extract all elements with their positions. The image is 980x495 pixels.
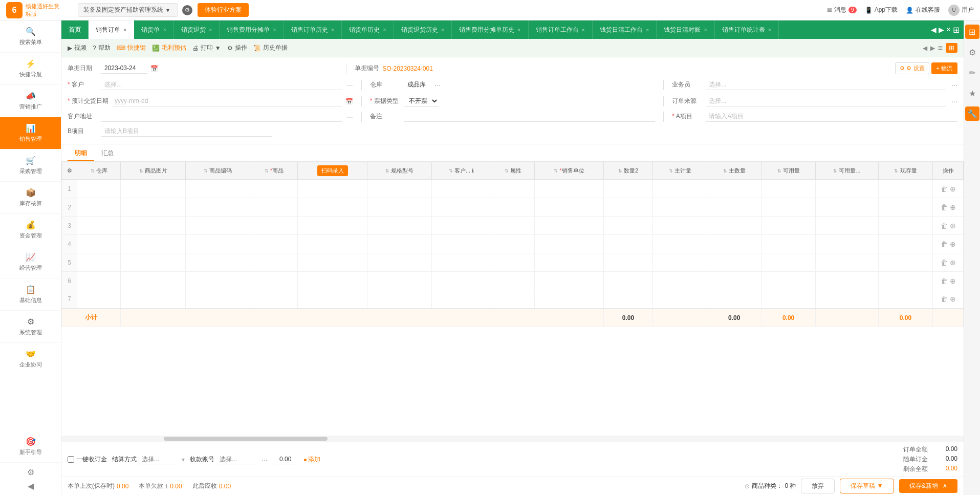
- cell-warehouse-2[interactable]: [77, 198, 121, 217]
- cell-code-6[interactable]: [185, 272, 250, 290]
- copy-row-icon-1[interactable]: ⊕: [950, 185, 956, 193]
- cell-custref-2[interactable]: [432, 198, 491, 217]
- cell-mainunit-4[interactable]: [653, 235, 707, 253]
- delete-row-icon-7[interactable]: 🗑: [941, 295, 948, 303]
- sidebar-collapse-icon[interactable]: ◀: [28, 481, 34, 491]
- sidebar-item-inventory[interactable]: 📦 库存核算: [0, 182, 61, 214]
- cell-avail-6[interactable]: [761, 272, 816, 290]
- delete-row-icon-3[interactable]: 🗑: [941, 222, 948, 230]
- user-item[interactable]: U 用户: [948, 5, 974, 16]
- cell-spec-5[interactable]: [367, 253, 431, 272]
- cell-stock-2[interactable]: [878, 198, 932, 217]
- cell-attr-4[interactable]: [491, 235, 534, 253]
- toolbar-expand-view[interactable]: ⊞: [946, 43, 957, 53]
- sidebar-item-sales[interactable]: 📊 销售管理: [0, 117, 61, 149]
- tab-close-sales-bill[interactable]: ×: [163, 27, 166, 33]
- cell-code-1[interactable]: [185, 180, 250, 198]
- tab-close-sales-order[interactable]: ×: [123, 27, 126, 33]
- one-click-checkbox-label[interactable]: 一键收订金: [68, 455, 107, 464]
- cell-image-1[interactable]: [121, 180, 185, 198]
- b-project-input[interactable]: [101, 126, 272, 137]
- copy-row-icon-3[interactable]: ⊕: [950, 222, 956, 230]
- cell-image-4[interactable]: [121, 235, 185, 253]
- cell-warehouse-7[interactable]: [77, 290, 121, 309]
- cell-product-3[interactable]: [250, 217, 298, 235]
- nav-expand[interactable]: ⊞: [953, 25, 960, 35]
- tab-sales-order[interactable]: 销售订单 ×: [89, 20, 134, 39]
- industry-solution-button[interactable]: 体验行业方案: [198, 3, 249, 17]
- cell-warehouse-4[interactable]: [77, 235, 121, 253]
- nav-prev-arrow[interactable]: ◀: [931, 26, 937, 34]
- cell-qty2-6[interactable]: [603, 272, 653, 290]
- sidebar-item-operations[interactable]: 📈 经营管理: [0, 246, 61, 278]
- customer-address-input[interactable]: [101, 111, 342, 122]
- sidebar-item-purchase[interactable]: 🛒 采购管理: [0, 149, 61, 182]
- cell-custref-6[interactable]: [432, 272, 491, 290]
- warehouse-more-icon[interactable]: ···: [434, 81, 441, 89]
- cell-image-2[interactable]: [121, 198, 185, 217]
- settings-button[interactable]: ⚙ ⚙ 设置: [895, 62, 929, 74]
- cell-custref-3[interactable]: [432, 217, 491, 235]
- tab-close-sales-return[interactable]: ×: [209, 27, 212, 33]
- cell-mainqty-5[interactable]: [707, 253, 761, 272]
- cell-attr-5[interactable]: [491, 253, 534, 272]
- cell-mainqty-1[interactable]: [707, 180, 761, 198]
- right-panel-settings-icon[interactable]: ⚙: [965, 45, 979, 59]
- cell-mainunit-6[interactable]: [653, 272, 707, 290]
- col-settings[interactable]: ⚙: [62, 162, 77, 180]
- right-panel-star-icon[interactable]: ★: [965, 86, 979, 100]
- toolbar-view[interactable]: ▶ 视频: [68, 44, 86, 52]
- cell-product-2[interactable]: [250, 198, 298, 217]
- tab-close-sales-summary[interactable]: ×: [768, 27, 771, 33]
- delete-row-icon-4[interactable]: 🗑: [941, 240, 948, 248]
- cell-unit-7[interactable]: [535, 290, 603, 309]
- tab-cash-goods-reconcile[interactable]: 钱货日清对账 ×: [657, 20, 714, 39]
- tab-close-sales-order-history[interactable]: ×: [331, 27, 334, 33]
- discard-button[interactable]: 放弃: [801, 479, 835, 493]
- cell-product-7[interactable]: [250, 290, 298, 309]
- tab-close-sales-expense[interactable]: ×: [273, 27, 276, 33]
- system-selector[interactable]: 装备及固定资产辅助管理系统 ▾: [78, 3, 178, 17]
- cell-stock-6[interactable]: [878, 272, 932, 290]
- cell-image-3[interactable]: [121, 217, 185, 235]
- cell-mainqty-7[interactable]: [707, 290, 761, 309]
- save-draft-button[interactable]: 保存草稿 ▼: [840, 479, 894, 493]
- cell-attr-1[interactable]: [491, 180, 534, 198]
- app-download-item[interactable]: 📱 App下载: [865, 6, 898, 14]
- cell-qty2-2[interactable]: [603, 198, 653, 217]
- cell-stock-7[interactable]: [878, 290, 932, 309]
- a-project-input[interactable]: [706, 111, 957, 122]
- cell-unit-6[interactable]: [535, 272, 603, 290]
- account-more-icon[interactable]: ···: [262, 456, 268, 464]
- cell-warehouse-5[interactable]: [77, 253, 121, 272]
- one-click-checkbox[interactable]: [68, 456, 74, 463]
- tab-close-sales-return-history[interactable]: ×: [441, 27, 444, 33]
- cell-qty2-4[interactable]: [603, 235, 653, 253]
- scan-input-button[interactable]: 扫码录入: [317, 165, 348, 176]
- delete-row-icon-2[interactable]: 🗑: [941, 203, 948, 211]
- cell-warehouse-1[interactable]: [77, 180, 121, 198]
- cell-stock-1[interactable]: [878, 180, 932, 198]
- delete-row-icon-1[interactable]: 🗑: [941, 185, 948, 193]
- date-value[interactable]: 2023-03-24: [101, 63, 147, 74]
- staff-more-icon[interactable]: ···: [951, 81, 957, 89]
- cell-product-4[interactable]: [250, 235, 298, 253]
- cell-mainunit-5[interactable]: [653, 253, 707, 272]
- current-owe-info-icon[interactable]: ℹ: [165, 483, 168, 490]
- cell-custref-7[interactable]: [432, 290, 491, 309]
- cell-product-5[interactable]: [250, 253, 298, 272]
- cell-unit-4[interactable]: [535, 235, 603, 253]
- cell-custref-4[interactable]: [432, 235, 491, 253]
- customer-more-icon[interactable]: ···: [347, 81, 353, 89]
- right-panel-grid-icon[interactable]: ⊞: [965, 25, 979, 39]
- tab-sales-bill[interactable]: 销货单 ×: [134, 20, 173, 39]
- notes-input[interactable]: [404, 111, 656, 122]
- cell-qty2-7[interactable]: [603, 290, 653, 309]
- sidebar-item-search[interactable]: 🔍 搜索菜单: [0, 20, 61, 53]
- toolbar-nav-next[interactable]: ▶: [930, 45, 935, 52]
- save-new-dropdown-icon[interactable]: ∧: [943, 482, 947, 489]
- toolbar-shortcut[interactable]: ⌨ 快捷键: [117, 44, 146, 52]
- right-panel-edit-icon[interactable]: ✏: [965, 66, 979, 80]
- online-service-item[interactable]: 👤 在线客服: [906, 6, 940, 14]
- cell-attr-7[interactable]: [491, 290, 534, 309]
